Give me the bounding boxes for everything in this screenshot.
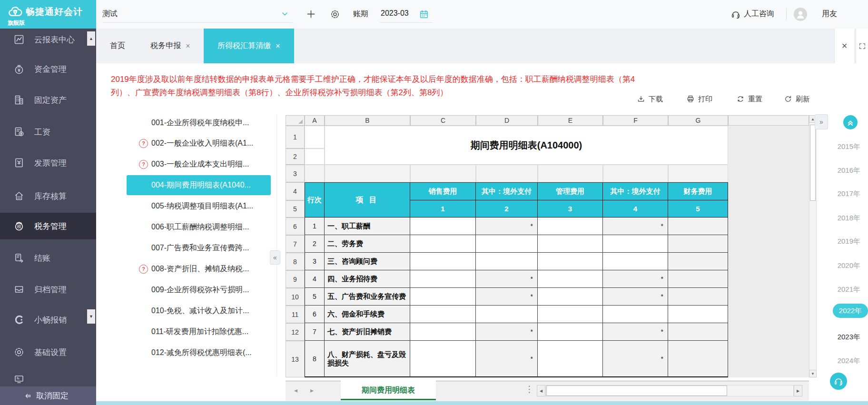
sheet-more-dots[interactable]: ⋮ <box>525 384 534 395</box>
row-header-11[interactable]: 11 <box>286 306 305 323</box>
calendar-icon[interactable] <box>419 9 429 20</box>
form-item[interactable]: 007-广告费和业务宣传费跨... <box>109 238 274 258</box>
sidebar-item-结账[interactable]: 结账 <box>0 245 96 271</box>
hscroll-thumb[interactable] <box>546 385 727 396</box>
cell-G10[interactable] <box>668 288 728 306</box>
grid-corner-cell[interactable] <box>286 115 305 126</box>
sheet-nav-prev[interactable]: ◂ <box>294 386 297 394</box>
cell-D6[interactable]: * <box>476 217 538 235</box>
form-item[interactable]: 004-期间费用明细表(A1040... <box>127 175 271 195</box>
cell-line-1[interactable]: 1 <box>305 217 325 235</box>
tab-close-icon[interactable]: × <box>186 42 190 50</box>
sidebar-item-固定资产[interactable]: 固定资产 <box>0 87 96 113</box>
form-item[interactable]: 001-企业所得税年度纳税申... <box>109 113 274 133</box>
cell-F9[interactable]: * <box>603 270 668 288</box>
cell-D9[interactable]: * <box>476 270 538 288</box>
cell-E10[interactable] <box>538 288 603 306</box>
year-item-2019年[interactable]: 2019年 <box>826 234 864 248</box>
year-item-2022年[interactable]: 2022年 <box>833 304 868 318</box>
cell-A1[interactable] <box>305 126 325 148</box>
cell-C7[interactable] <box>410 235 476 253</box>
cell-A3[interactable] <box>305 165 325 182</box>
cell-F3[interactable] <box>603 165 668 182</box>
cell-E3[interactable] <box>538 165 603 182</box>
cell-F7[interactable] <box>603 235 668 253</box>
header-colnum-4[interactable]: 4 <box>603 200 668 217</box>
sidebar-item-归档管理[interactable]: 归档管理 <box>0 276 96 303</box>
sidebar-item-小畅报销[interactable]: 小畅报销 <box>0 306 96 333</box>
row-header-13[interactable]: 13 <box>286 341 305 377</box>
form-item[interactable]: ?002-一般企业收入明细表(A1... <box>109 133 274 153</box>
form-item[interactable]: 009-企业所得税弥补亏损明... <box>109 280 274 300</box>
vscroll-thumb[interactable] <box>810 125 816 201</box>
cell-F11[interactable] <box>603 306 668 323</box>
col-header-C[interactable]: C <box>410 115 476 126</box>
col-header-F[interactable]: F <box>603 115 668 126</box>
sidebar-item-库存核算[interactable]: 库存核算 <box>0 183 96 209</box>
cell-E8[interactable] <box>538 253 603 270</box>
cell-line-6[interactable]: 6 <box>305 306 325 323</box>
cell-D3[interactable] <box>476 165 538 182</box>
cell-item-5[interactable]: 五、广告费和业务宣传费 <box>325 288 410 306</box>
cell-E11[interactable] <box>538 306 603 323</box>
header-col-3[interactable]: 管理费用 <box>538 182 603 200</box>
下载-button[interactable]: 下载 <box>637 92 663 106</box>
sidebar-item-云报表中心[interactable]: 云报表中心 <box>0 26 96 53</box>
cell-G11[interactable] <box>668 306 728 323</box>
cell-D8[interactable] <box>476 253 538 270</box>
year-item-2017年[interactable]: 2017年 <box>826 187 864 201</box>
period-value[interactable]: 2023-03 <box>381 9 409 18</box>
刷新-button[interactable]: 刷新 <box>784 92 810 106</box>
cell-B3[interactable] <box>325 165 410 182</box>
form-item[interactable]: ?003-一般企业成本支出明细... <box>109 154 274 174</box>
col-header-E[interactable]: E <box>538 115 603 126</box>
header-col-4[interactable]: 其中：境外支付 <box>603 182 668 200</box>
cell-G8[interactable] <box>668 253 728 270</box>
help-question-icon[interactable]: ? <box>139 265 148 274</box>
cell-F13[interactable]: * <box>603 341 668 377</box>
header-colnum-5[interactable]: 5 <box>668 200 728 217</box>
cell-D11[interactable] <box>476 306 538 323</box>
form-item[interactable]: 005-纳税调整项目明细表(A1... <box>109 196 274 216</box>
cell-item-8[interactable]: 八、财产损耗、盘亏及毁损损失 <box>325 341 410 377</box>
sheet-tab[interactable]: 期间费用明细表 <box>341 381 436 400</box>
cell-item-7[interactable]: 七、资产折旧摊销费 <box>325 323 410 341</box>
sheet-nav-next[interactable]: ▸ <box>310 386 314 394</box>
header-colnum-3[interactable]: 3 <box>538 200 603 217</box>
cell-C13[interactable] <box>410 341 476 377</box>
cell-item-6[interactable]: 六、佣金和手续费 <box>325 306 410 323</box>
tab-税务申报[interactable]: 税务申报× <box>139 29 201 63</box>
year-item-2024年[interactable]: 2024年 <box>826 354 864 368</box>
year-item-2023年[interactable]: 2023年 <box>826 330 864 344</box>
form-item[interactable]: 010-免税、减计收入及加计... <box>109 301 274 321</box>
cell-F8[interactable] <box>603 253 668 270</box>
header-colnum-2[interactable]: 2 <box>476 200 538 217</box>
header-col-5[interactable]: 财务费用 <box>668 182 728 200</box>
sidebar-item-资金管理[interactable]: 资金管理 <box>0 56 96 82</box>
col-header-D[interactable]: D <box>476 115 538 126</box>
username[interactable]: 用友 <box>822 9 837 19</box>
form-item[interactable]: 012-减免所得税优惠明细表(... <box>109 343 274 363</box>
row-header-10[interactable]: 10 <box>286 288 305 306</box>
close-page-button[interactable]: × <box>834 29 854 63</box>
help-question-icon[interactable]: ? <box>139 160 148 169</box>
form-item[interactable]: 011-研发费用加计扣除优惠... <box>109 322 274 342</box>
account-select[interactable]: 测试 <box>102 9 118 19</box>
cell-C8[interactable] <box>410 253 476 270</box>
cell-F10[interactable]: * <box>603 288 668 306</box>
row-header-12[interactable]: 12 <box>286 323 305 341</box>
col-header-B[interactable]: B <box>325 115 410 126</box>
cell-C11[interactable] <box>410 306 476 323</box>
help-question-icon[interactable]: ? <box>139 139 148 148</box>
cell-G3[interactable] <box>668 165 728 182</box>
重置-button[interactable]: 重置 <box>736 92 762 106</box>
col-header-G[interactable]: G <box>668 115 728 126</box>
year-item-2021年[interactable]: 2021年 <box>826 282 864 296</box>
tab-close-icon[interactable]: × <box>276 42 280 50</box>
cell-F12[interactable]: * <box>603 323 668 341</box>
sidebar-item-发票管理[interactable]: 发票管理 <box>0 149 96 176</box>
cell-E13[interactable] <box>538 341 603 377</box>
cell-D12[interactable]: * <box>476 323 538 341</box>
hscroll-right-arrow[interactable]: ▶ <box>794 385 802 396</box>
cell-G9[interactable] <box>668 270 728 288</box>
